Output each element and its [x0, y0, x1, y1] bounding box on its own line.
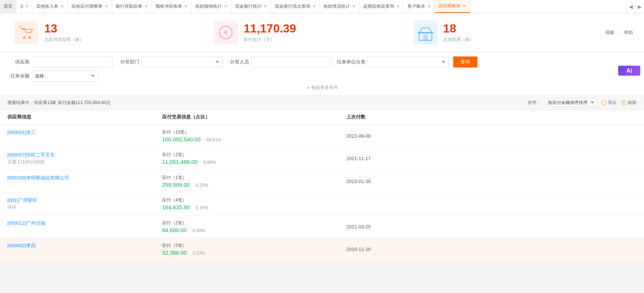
table-row[interactable]: [000007]恒旺二手叉车 王通 17106110000 应付（2笔） 11,…	[0, 147, 644, 170]
nav-tab-customer-book[interactable]: 客户账本 ✕	[404, 0, 435, 13]
results-actions: 排序： 按应付余额倒序排序 ↓ 导出 ↻ 刷新	[528, 99, 637, 107]
nav-prev-arrow[interactable]: ◀	[626, 0, 635, 13]
row-lastpay-cell: 2022-08-08	[346, 129, 637, 142]
close-tab-customer-book[interactable]: ✕	[427, 4, 431, 9]
collapse-button[interactable]: ∧ 收起更多条件	[307, 85, 338, 91]
close-tab-prepay[interactable]: ✕	[184, 4, 188, 9]
search-field-balance: 往来余额 选择...	[7, 70, 98, 82]
row-lastpay-cell: 2021-03-25	[346, 220, 637, 233]
close-tab-supplier-book[interactable]: ✕	[463, 4, 466, 8]
row-lastpay-cell: 2020-11-20	[346, 242, 637, 256]
table-row[interactable]: [000100]本特勤油品有限公司 应付（1笔） 258,000.00 0.23…	[0, 170, 644, 193]
row-lastpay-cell: 2021-11-17	[346, 152, 637, 165]
collapse-chevron-icon: ∧	[307, 85, 310, 90]
sort-select[interactable]: 按应付余额倒序排序	[545, 99, 597, 107]
row-transaction-cell: 应付（15笔） 100,092,540.00 89.61%	[162, 129, 346, 142]
supplier-link[interactable]: [001]广州荣轩	[7, 197, 162, 204]
nav-tab-cashbank-flow[interactable]: 现金银行流水查询 ✕	[271, 0, 320, 13]
nav-next-arrow[interactable]: ▶	[635, 0, 644, 13]
trans-amount-row: 94,600.00 0.08%	[162, 227, 346, 233]
svg-text:¥: ¥	[224, 29, 228, 35]
refresh-icon: ↻	[621, 100, 626, 105]
supplier-link[interactable]: [000007]恒旺二手叉车	[7, 152, 162, 158]
nav-tab-other-income[interactable]: 其他收入单 ✕	[32, 0, 68, 13]
person-input[interactable]	[251, 56, 332, 68]
export-label: 导出	[608, 100, 617, 106]
row-transaction-cell: 应付（5笔） 32,366.00 0.03%	[162, 242, 346, 256]
supplier-dots-icon[interactable]: ···	[106, 59, 111, 65]
balance-label: 往来余额	[7, 73, 29, 79]
col-header-supplier: 供应商信息	[7, 114, 162, 120]
ai-badge[interactable]: Ai	[618, 66, 640, 76]
stat-label-total-suppliers: 总供应商（家）	[443, 37, 474, 43]
nav-tab-adjustment[interactable]: 应收应付调整单 ✕	[68, 0, 112, 13]
close-tab-verify[interactable]: ✕	[224, 4, 227, 9]
nav-tab-cashbank-stat[interactable]: 现金银行统计 ✕	[231, 0, 271, 13]
ai-label: Ai	[626, 68, 632, 74]
balance-select[interactable]: 选择...	[32, 70, 98, 82]
shop-icon	[414, 21, 437, 44]
trans-amount-row: 32,366.00 0.03%	[162, 249, 346, 256]
search-field-category: 往来单位分类	[337, 56, 449, 68]
export-button[interactable]: ↓ 导出	[601, 100, 617, 106]
supplier-link[interactable]: [000100]本特勤油品有限公司	[7, 175, 162, 181]
table-row[interactable]: [001]广州荣轩 仔仔 应付（4笔） 164,635.90 0.15%	[0, 193, 644, 216]
help-link[interactable]: 帮助	[624, 30, 633, 36]
trans-amount: 100,092,540.00	[162, 136, 200, 142]
row-transaction-cell: 应付（2笔） 94,600.00 0.08%	[162, 220, 346, 233]
row-supplier-cell: [000100]本特勤油品有限公司	[7, 175, 162, 188]
nav-tab-receipt-stat[interactable]: 收款情况统计 ✕	[320, 0, 360, 13]
supplier-input[interactable]	[32, 56, 113, 68]
trans-amount-row: 11,051,486.00 9.89%	[162, 159, 346, 165]
supplier-link[interactable]: [000002]李四	[7, 242, 162, 249]
row-supplier-cell: [000001]张三	[7, 129, 162, 142]
table-row[interactable]: [000012]广州贝瑞 应付（2笔） 94,600.00 0.08% 2021…	[0, 216, 644, 238]
nav-arrows: ◀ ▶	[626, 0, 644, 13]
search-row-2: 往来余额 选择...	[7, 70, 637, 82]
trans-label: 应付（15笔）	[162, 129, 346, 135]
close-tab-cashbank-flow[interactable]: ✕	[312, 4, 316, 9]
supplier-input-wrapper: ···	[32, 56, 113, 68]
header-actions: 视频 | 帮助	[605, 18, 637, 47]
supplier-link[interactable]: [000012]广州贝瑞	[7, 220, 162, 227]
nav-tab-overdue[interactable]: 超期应收款查询 ✕	[360, 0, 404, 13]
trans-percent: 0.03%	[193, 251, 205, 256]
export-icon: ↓	[601, 100, 606, 105]
supplier-sub: 仔仔	[7, 204, 162, 211]
supplier-link[interactable]: [000001]张三	[7, 129, 162, 136]
query-button[interactable]: 查询	[453, 56, 477, 68]
dept-label: 分管部门	[117, 59, 139, 65]
trans-amount-row: 164,635.90 0.15%	[162, 204, 346, 210]
trans-percent: 89.61%	[206, 137, 221, 142]
stat-content-payable: 11,170.39 应付合计（万）	[244, 22, 296, 43]
stat-content-total-suppliers: 18 总供应商（家）	[443, 22, 474, 43]
table-row[interactable]: [000001]张三 应付（15笔） 100,092,540.00 89.61%…	[0, 125, 644, 147]
row-lastpay-cell: 2023-01-30	[346, 175, 637, 188]
nav-tab-3[interactable]: 3 ✕	[17, 0, 32, 13]
stat-block-payable: ¥ 11,170.39 应付合计（万）	[206, 18, 406, 47]
row-transaction-cell: 应付（4笔） 164,635.90 0.15%	[162, 197, 346, 211]
video-link[interactable]: 视频	[605, 30, 614, 36]
nav-tab-prepay[interactable]: 预收冲应收单 ✕	[152, 0, 192, 13]
nav-tab-bank[interactable]: 银行存取款单 ✕	[112, 0, 152, 13]
person-dots-icon[interactable]: ···	[326, 59, 330, 65]
close-tab-receipt-stat[interactable]: ✕	[352, 4, 356, 9]
close-tab-adjustment[interactable]: ✕	[105, 4, 108, 9]
close-tab-overdue[interactable]: ✕	[396, 4, 400, 9]
nav-tab-supplier-book[interactable]: 供应商账本 ✕	[435, 0, 470, 13]
nav-tab-home[interactable]: 首页	[0, 0, 17, 13]
trans-amount-row: 258,000.00 0.23%	[162, 182, 346, 188]
row-transaction-cell: 应付（1笔） 258,000.00 0.23%	[162, 175, 346, 188]
trans-amount: 258,000.00	[162, 182, 190, 188]
category-select[interactable]	[368, 56, 449, 68]
close-tab-bank[interactable]: ✕	[144, 4, 148, 9]
table-row[interactable]: [000002]李四 应付（5笔） 32,366.00 0.03% 2020-1…	[0, 238, 644, 261]
nav-tab-verify[interactable]: 收款核销执行 ✕	[192, 0, 231, 13]
close-tab-3[interactable]: ✕	[25, 4, 28, 9]
trans-label: 应付（1笔）	[162, 175, 346, 181]
close-tab-cashbank-stat[interactable]: ✕	[264, 4, 267, 9]
dept-select[interactable]	[141, 56, 223, 68]
close-tab-other-income[interactable]: ✕	[60, 4, 64, 9]
refresh-button[interactable]: ↻ 刷新	[621, 100, 637, 106]
trans-percent: 0.23%	[196, 183, 208, 188]
